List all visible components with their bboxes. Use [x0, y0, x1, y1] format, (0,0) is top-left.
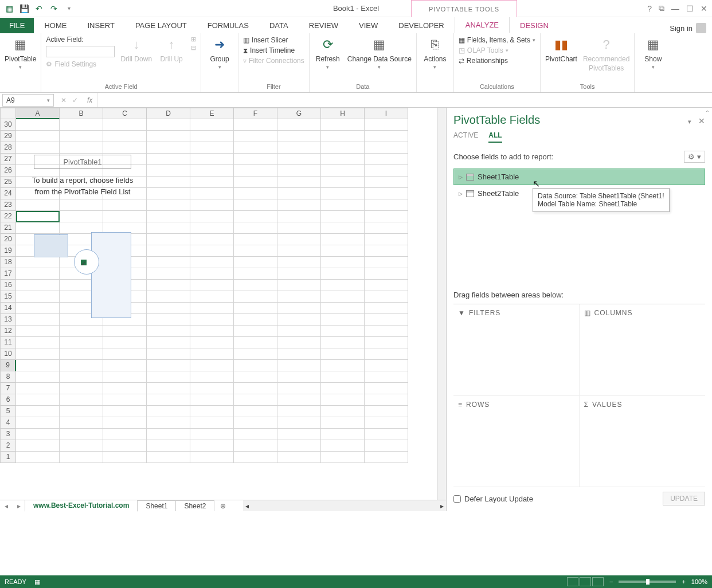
cell[interactable] [16, 268, 60, 280]
pivotchart-button[interactable]: ▮▮ PivotChart [545, 36, 577, 63]
row-header[interactable]: 12 [0, 326, 16, 337]
cell[interactable] [365, 268, 408, 280]
cell[interactable] [60, 222, 103, 234]
macro-record-icon[interactable]: ▦ [34, 578, 40, 586]
cell[interactable] [60, 326, 103, 337]
cell[interactable] [234, 234, 277, 245]
cell[interactable] [365, 211, 408, 222]
cell[interactable] [365, 131, 408, 142]
cell[interactable] [321, 452, 365, 463]
cell[interactable] [103, 348, 147, 360]
cell[interactable] [16, 314, 60, 326]
row-header[interactable]: 1 [0, 452, 16, 463]
cell[interactable] [365, 222, 408, 234]
cell[interactable] [321, 268, 365, 280]
cell[interactable] [190, 383, 234, 394]
cell[interactable] [234, 222, 277, 234]
close-icon[interactable]: ✕ [701, 4, 707, 13]
cell[interactable] [147, 394, 190, 406]
cell[interactable] [16, 154, 60, 165]
field-settings-button[interactable]: ⚙ Field Settings [46, 60, 115, 69]
cell[interactable] [60, 348, 103, 360]
cell[interactable] [365, 394, 408, 406]
col-header-G[interactable]: G [277, 108, 321, 119]
cell[interactable] [321, 188, 365, 199]
cell[interactable] [103, 417, 147, 429]
tab-developer[interactable]: DEVELOPER [388, 18, 454, 33]
cell[interactable] [147, 222, 190, 234]
cell[interactable] [190, 337, 234, 348]
cell[interactable] [16, 280, 60, 291]
cell[interactable] [103, 383, 147, 394]
cell[interactable] [321, 291, 365, 303]
cell[interactable] [365, 165, 408, 177]
cell[interactable] [16, 257, 60, 268]
row-header[interactable]: 26 [0, 165, 16, 177]
cell[interactable] [277, 406, 321, 417]
save-icon[interactable]: 💾 [18, 3, 30, 14]
cell[interactable] [321, 406, 365, 417]
row-header[interactable]: 17 [0, 268, 16, 280]
cell[interactable] [16, 417, 60, 429]
cell[interactable] [234, 429, 277, 440]
row-header[interactable]: 27 [0, 154, 16, 165]
cell[interactable] [277, 199, 321, 211]
zoom-slider[interactable] [619, 581, 676, 583]
cell[interactable] [103, 245, 147, 257]
actions-button[interactable]: ⎘ Actions▾ [421, 36, 449, 70]
cell[interactable] [16, 142, 60, 154]
cell[interactable] [277, 188, 321, 199]
cell[interactable] [277, 337, 321, 348]
cell[interactable] [16, 326, 60, 337]
cell[interactable] [16, 371, 60, 383]
cell[interactable] [365, 303, 408, 314]
filters-area[interactable]: ▼FILTERS [453, 304, 580, 396]
cell[interactable] [234, 211, 277, 222]
cell[interactable] [365, 177, 408, 188]
cell[interactable] [60, 188, 103, 199]
cell[interactable] [147, 131, 190, 142]
zoom-out-button[interactable]: − [609, 578, 613, 585]
row-header[interactable]: 28 [0, 142, 16, 154]
row-header[interactable]: 16 [0, 280, 16, 291]
cell[interactable] [60, 234, 103, 245]
cell[interactable] [60, 245, 103, 257]
sheet-tab-sheet2[interactable]: Sheet2 [175, 500, 214, 511]
cell[interactable] [277, 245, 321, 257]
cell[interactable] [103, 303, 147, 314]
cell[interactable] [365, 326, 408, 337]
cell[interactable] [16, 131, 60, 142]
cell[interactable] [103, 119, 147, 131]
cell[interactable] [365, 440, 408, 452]
cell[interactable] [277, 222, 321, 234]
col-header-F[interactable]: F [234, 108, 277, 119]
cell[interactable] [60, 452, 103, 463]
cell[interactable] [147, 429, 190, 440]
fields-items-sets-button[interactable]: ▦Fields, Items, & Sets ▾ [459, 36, 535, 45]
cell[interactable] [190, 417, 234, 429]
taskpane-close-icon[interactable]: ✕ [698, 116, 705, 126]
cell[interactable] [190, 314, 234, 326]
page-break-view-button[interactable] [592, 577, 604, 586]
cell[interactable] [60, 291, 103, 303]
row-header[interactable]: 10 [0, 348, 16, 360]
defer-layout-checkbox[interactable]: Defer Layout Update [453, 495, 533, 503]
cell[interactable] [147, 360, 190, 371]
cell[interactable] [277, 371, 321, 383]
row-header[interactable]: 20 [0, 234, 16, 245]
cell[interactable] [277, 348, 321, 360]
tab-review[interactable]: REVIEW [299, 18, 349, 33]
cell[interactable] [365, 452, 408, 463]
col-header-C[interactable]: C [103, 108, 147, 119]
cell[interactable] [103, 177, 147, 188]
cell[interactable] [277, 268, 321, 280]
cell[interactable] [190, 165, 234, 177]
insert-timeline-button[interactable]: ⧗Insert Timeline [243, 46, 304, 55]
cell[interactable] [234, 337, 277, 348]
cell[interactable] [190, 257, 234, 268]
cell[interactable] [103, 429, 147, 440]
cell[interactable] [277, 165, 321, 177]
cell[interactable] [60, 165, 103, 177]
cell[interactable] [365, 119, 408, 131]
cell[interactable] [277, 211, 321, 222]
